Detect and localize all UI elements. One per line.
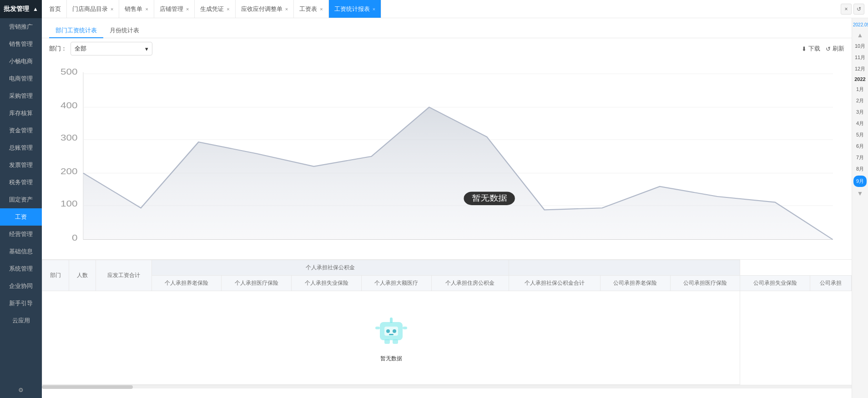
sidebar-item-云应用[interactable]: 云应用 <box>0 312 42 329</box>
tab-close-icon[interactable]: × <box>227 6 229 12</box>
svg-rect-24 <box>384 339 390 344</box>
tab-生成凭证[interactable]: 生成凭证× <box>195 0 235 18</box>
sidebar-item-销售管理[interactable]: 销售管理 <box>0 35 42 53</box>
sub-tab-月份统计表[interactable]: 月份统计表 <box>103 24 146 38</box>
sidebar-item-资金管理[interactable]: 资金管理 <box>0 122 42 139</box>
th-count: 人数 <box>69 260 96 291</box>
svg-rect-23 <box>403 327 407 329</box>
right-nav-item-6月[interactable]: 6月 <box>852 141 868 152</box>
sidebar-item-库存核算[interactable]: 库存核算 <box>0 105 42 122</box>
sidebar-footer-settings[interactable]: ⚙ <box>0 382 42 398</box>
tab-应收应付调整单[interactable]: 应收应付调整单× <box>236 0 294 18</box>
sidebar-header[interactable]: 批发管理 ▲ <box>0 0 42 18</box>
tab-label: 门店商品目录 <box>72 5 108 13</box>
svg-text:300: 300 <box>61 133 77 142</box>
tab-close-icon[interactable]: × <box>373 6 375 12</box>
tab-门店商品目录[interactable]: 门店商品目录× <box>67 0 119 18</box>
sidebar-item-经营管理[interactable]: 经营管理 <box>0 226 42 243</box>
svg-rect-21 <box>390 317 393 323</box>
right-nav-item-9月[interactable]: 9月 <box>853 176 867 187</box>
tab-label: 工资统计报表 <box>334 5 370 13</box>
tab-店铺管理[interactable]: 店铺管理× <box>154 0 195 18</box>
tab-label: 工资表 <box>299 5 317 13</box>
right-nav-up-arrow[interactable]: ▲ <box>855 30 865 40</box>
sidebar-item-电商管理[interactable]: 电商管理 <box>0 70 42 87</box>
right-nav-item-3月[interactable]: 3月 <box>852 106 868 118</box>
sidebar-item-税务管理[interactable]: 税务管理 <box>0 174 42 191</box>
right-nav-item-10月[interactable]: 10月 <box>852 40 868 52</box>
table-container[interactable]: 部门 人数 应发工资合计 个人承担社保公积金 个人承担养老保险个人承担医疗保险个… <box>42 259 852 398</box>
svg-point-18 <box>386 329 390 333</box>
tab-工资统计报表[interactable]: 工资统计报表× <box>329 0 381 18</box>
svg-rect-20 <box>389 334 394 335</box>
svg-text:暂无数据: 暂无数据 <box>472 194 507 202</box>
dept-select[interactable]: 全部 ▾ <box>71 42 152 55</box>
refresh-button[interactable]: ↺ 刷新 <box>826 45 844 53</box>
sidebar-item-采购管理[interactable]: 采购管理 <box>0 87 42 105</box>
main-panel: 部门工资统计表月份统计表 部门： 全部 ▾ ⬇ 下载 ↺ <box>42 18 852 398</box>
chevron-down-icon: ▾ <box>145 45 148 52</box>
right-nav-item-2月[interactable]: 2月 <box>852 95 868 106</box>
main-area: 首页门店商品目录×销售单×店铺管理×生成凭证×应收应付调整单×工资表×工资统计报… <box>42 0 868 398</box>
th-company-insurance-group <box>509 260 740 276</box>
tab-销售单[interactable]: 销售单× <box>119 0 154 18</box>
tab-label: 店铺管理 <box>160 5 183 13</box>
tab-label: 销售单 <box>125 5 142 13</box>
sidebar-items: 营销推广销售管理小畅电商电商管理采购管理库存核算资金管理总账管理发票管理税务管理… <box>0 18 42 329</box>
sidebar-item-新手引导[interactable]: 新手引导 <box>0 295 42 312</box>
svg-text:200: 200 <box>61 166 77 176</box>
sidebar-item-工资[interactable]: 工资 <box>0 208 42 226</box>
th-col: 公司承担养老保险 <box>600 276 670 291</box>
th-col: 个人承担住房公积金 <box>431 276 509 291</box>
sidebar-item-基础信息[interactable]: 基础信息 <box>0 243 42 260</box>
tab-label: 首页 <box>49 5 61 13</box>
tab-close-button[interactable]: × <box>841 4 852 15</box>
right-nav-item-1月[interactable]: 1月 <box>852 84 868 95</box>
tab-label: 生成凭证 <box>200 5 224 13</box>
svg-text:500: 500 <box>61 67 77 76</box>
sidebar-item-发票管理[interactable]: 发票管理 <box>0 156 42 174</box>
tab-close-icon[interactable]: × <box>111 6 113 12</box>
right-nav-item-4月[interactable]: 4月 <box>852 118 868 129</box>
tab-close-icon[interactable]: × <box>285 6 288 12</box>
chart-area: 500 400 300 200 100 0 <box>42 59 852 259</box>
svg-point-19 <box>393 329 396 333</box>
sidebar: 批发管理 ▲ 营销推广销售管理小畅电商电商管理采购管理库存核算资金管理总账管理发… <box>0 0 42 398</box>
tab-工资表[interactable]: 工资表× <box>294 0 328 18</box>
download-button[interactable]: ⬇ 下载 <box>802 45 820 53</box>
right-nav-item-11月[interactable]: 11月 <box>852 52 868 63</box>
sidebar-collapse-icon[interactable]: ▲ <box>33 6 38 12</box>
th-col: 公司承担 <box>810 276 852 291</box>
sub-tabs: 部门工资统计表月份统计表 <box>42 18 852 38</box>
svg-text:0: 0 <box>72 232 77 242</box>
right-nav-down-arrow[interactable]: ▼ <box>855 188 865 199</box>
data-table: 部门 人数 应发工资合计 个人承担社保公积金 个人承担养老保险个人承担医疗保险个… <box>42 260 852 385</box>
tab-close-icon[interactable]: × <box>145 6 148 12</box>
right-nav-item-5月[interactable]: 5月 <box>852 129 868 141</box>
th-total-wage: 应发工资合计 <box>96 260 151 291</box>
sidebar-item-固定资产[interactable]: 固定资产 <box>0 191 42 208</box>
right-nav-item-7月[interactable]: 7月 <box>852 152 868 163</box>
sidebar-item-总账管理[interactable]: 总账管理 <box>0 139 42 156</box>
tab-bar-end: × ↺ <box>841 4 868 15</box>
right-nav-year-label: 2022 <box>853 75 866 84</box>
tab-首页[interactable]: 首页 <box>44 0 67 18</box>
sidebar-item-系统管理[interactable]: 系统管理 <box>0 260 42 277</box>
tab-refresh-button[interactable]: ↺ <box>853 4 864 15</box>
tab-close-icon[interactable]: × <box>186 6 189 12</box>
svg-rect-25 <box>393 339 398 344</box>
sub-tab-部门工资统计表[interactable]: 部门工资统计表 <box>49 24 103 38</box>
right-nav-item-12月[interactable]: 12月 <box>852 63 868 75</box>
tab-close-icon[interactable]: × <box>320 6 323 12</box>
download-icon: ⬇ <box>802 45 807 52</box>
sidebar-item-企业协同[interactable]: 企业协同 <box>0 277 42 295</box>
download-label: 下载 <box>808 45 820 53</box>
sidebar-item-营销推广[interactable]: 营销推广 <box>0 18 42 35</box>
dept-label: 部门： <box>49 45 67 53</box>
sidebar-item-小畅电商[interactable]: 小畅电商 <box>0 53 42 70</box>
tab-label: 应收应付调整单 <box>241 5 283 13</box>
horizontal-scrollbar[interactable] <box>42 385 852 388</box>
right-nav-item-8月[interactable]: 8月 <box>852 163 868 175</box>
th-col: 个人承担社保公积金合计 <box>509 276 600 291</box>
scrollbar-thumb[interactable] <box>42 385 133 389</box>
